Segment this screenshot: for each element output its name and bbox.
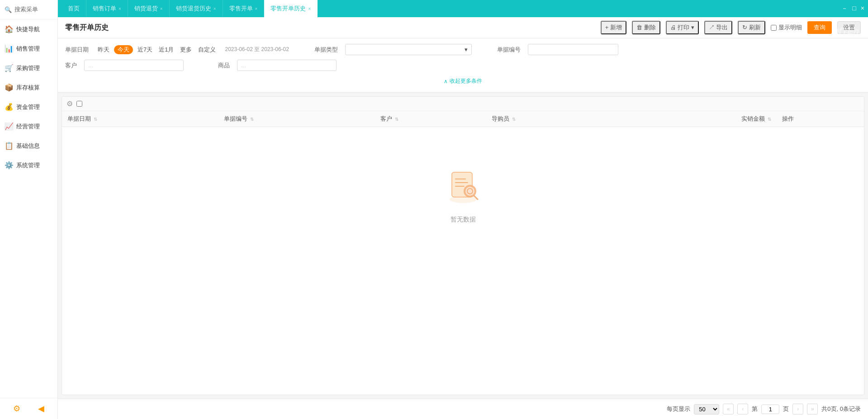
tab-sales-return-close[interactable]: × <box>160 6 163 11</box>
sidebar: 🔍 搜索采单 🏠 快捷导航 📊 销售管理 🛒 采购管理 📦 库存核算 💰 资金管… <box>0 0 58 419</box>
table-gear-icon[interactable]: ⚙ <box>66 99 73 108</box>
empty-state: 暂无数据 <box>62 127 864 260</box>
date-opt-yesterday[interactable]: 昨天 <box>96 45 111 54</box>
date-opt-custom[interactable]: 自定义 <box>196 45 218 54</box>
col-date[interactable]: 单据日期 ⇅ <box>62 111 218 127</box>
date-opt-more[interactable]: 更多 <box>178 45 194 54</box>
sidebar-search[interactable]: 🔍 搜索采单 <box>0 0 57 19</box>
query-button[interactable]: 查询 <box>807 21 832 34</box>
sort-number-icon: ⇅ <box>250 117 254 122</box>
show-detail-checkbox[interactable] <box>771 25 777 31</box>
col-number[interactable]: 单据编号 ⇅ <box>218 111 375 127</box>
sidebar-item-basic-info[interactable]: 📋 基础信息 <box>0 136 57 155</box>
sidebar-item-finance[interactable]: 💰 资金管理 <box>0 97 57 117</box>
col-amount[interactable]: 实销金额 ⇅ <box>620 111 777 127</box>
last-page-button[interactable]: » <box>807 404 818 414</box>
type-label: 单据类型 <box>314 46 338 54</box>
close-button[interactable]: × <box>861 5 864 13</box>
prev-page-button[interactable]: ‹ <box>737 404 748 414</box>
number-label: 单据编号 <box>497 46 521 54</box>
page-size-label: 每页显示 <box>667 405 690 413</box>
basic-info-icon: 📋 <box>5 141 14 150</box>
sidebar-item-quick-nav[interactable]: 🏠 快捷导航 <box>0 19 57 39</box>
goods-input[interactable]: ... <box>237 60 337 71</box>
finance-icon: 💰 <box>5 103 14 111</box>
export-button[interactable]: ↗ 导出 <box>704 21 733 34</box>
top-nav: 首页 销售订单 × 销货退货 × 销货退货历史 × 零售开单 × 零售开单历史 … <box>58 0 868 17</box>
goods-label: 商品 <box>218 61 230 70</box>
table-toolbar: ⚙ <box>62 97 864 111</box>
sidebar-search-label: 搜索采单 <box>14 5 38 14</box>
tab-sales-order-close[interactable]: × <box>119 6 121 11</box>
next-page-button[interactable]: › <box>792 404 803 414</box>
sidebar-item-sales-mgmt[interactable]: 📊 销售管理 <box>0 39 57 58</box>
page-input[interactable] <box>761 405 779 414</box>
sidebar-collapse-icon[interactable]: ◀ <box>38 404 44 414</box>
col-customer[interactable]: 客户 ⇅ <box>375 111 486 127</box>
tab-retail-open-close[interactable]: × <box>255 6 258 11</box>
tab-retail-open-history-label: 零售开单历史 <box>270 5 306 13</box>
page-title: 零售开单历史 <box>65 23 595 33</box>
customer-label: 客户 <box>65 61 77 70</box>
maximize-button[interactable]: □ <box>852 5 856 13</box>
settings-button[interactable]: 设置 <box>837 21 861 34</box>
sort-date-icon: ⇅ <box>94 117 97 122</box>
col-action: 操作 <box>777 111 864 127</box>
sort-amount-icon: ⇅ <box>768 117 771 122</box>
tab-retail-open-history[interactable]: 零售开单历史 × <box>264 0 318 17</box>
tab-sales-return-history-close[interactable]: × <box>213 6 216 11</box>
delete-button[interactable]: 🗑 删除 <box>632 21 660 34</box>
col-salesperson[interactable]: 导购员 ⇅ <box>486 111 620 127</box>
first-page-button[interactable]: « <box>723 404 734 414</box>
number-input[interactable] <box>528 44 618 55</box>
page-word-before: 第 <box>752 405 758 413</box>
main-area: 首页 销售订单 × 销货退货 × 销货退货历史 × 零售开单 × 零售开单历史 … <box>58 0 868 419</box>
sidebar-item-label: 经营管理 <box>16 122 40 131</box>
tab-sales-return-history[interactable]: 销货退货历史 × <box>170 0 223 17</box>
date-opt-last7[interactable]: 近7天 <box>136 45 154 54</box>
page-size-select[interactable]: 50 10 20 100 <box>694 404 719 414</box>
refresh-button[interactable]: ↻ 刷新 <box>738 21 765 34</box>
customer-input[interactable]: ... <box>84 60 184 71</box>
tab-sales-return[interactable]: 销货退货 × <box>128 0 170 17</box>
tab-sales-order[interactable]: 销售订单 × <box>86 0 128 17</box>
print-button[interactable]: 🖨 打印 ▾ <box>666 21 699 34</box>
sidebar-item-operations[interactable]: 📈 经营管理 <box>0 117 57 136</box>
table-header-row: 单据日期 ⇅ 单据编号 ⇅ 客户 ⇅ 导购员 ⇅ 实销金额 ⇅ 操作 <box>62 111 864 127</box>
search-icon: 🔍 <box>5 6 12 13</box>
collapse-label: 收起更多条件 <box>450 77 482 85</box>
collapse-bar[interactable]: ∧ 收起更多条件 <box>65 75 861 87</box>
select-all-checkbox[interactable] <box>76 101 82 107</box>
sort-customer-icon: ⇅ <box>395 117 398 122</box>
system-icon: ⚙️ <box>5 161 14 169</box>
date-range: 2023-06-02 至 2023-06-02 <box>225 46 289 53</box>
filter-row-1: 单据日期 昨天 今天 近7天 近1月 更多 自定义 2023-06-02 至 2… <box>65 44 861 55</box>
sidebar-item-purchase-mgmt[interactable]: 🛒 采购管理 <box>0 58 57 78</box>
pagination: 每页显示 50 10 20 100 « ‹ 第 页 › » 共0页, 0条记录 <box>58 399 868 419</box>
empty-icon <box>441 163 486 208</box>
data-table: 单据日期 ⇅ 单据编号 ⇅ 客户 ⇅ 导购员 ⇅ 实销金额 ⇅ 操作 <box>62 111 864 260</box>
date-opt-last1month[interactable]: 近1月 <box>157 45 175 54</box>
tab-retail-open-history-close[interactable]: × <box>308 6 311 11</box>
settings-gear-icon[interactable]: ⚙ <box>13 404 20 414</box>
window-controls: － □ × <box>841 5 864 13</box>
sidebar-item-system[interactable]: ⚙️ 系统管理 <box>0 155 57 175</box>
date-opt-today[interactable]: 今天 <box>114 45 133 54</box>
sidebar-item-label: 快捷导航 <box>16 25 40 33</box>
add-button[interactable]: + 新增 <box>601 21 626 34</box>
tab-home[interactable]: 首页 <box>62 0 86 17</box>
minimize-button[interactable]: － <box>841 5 848 13</box>
filter-area: 单据日期 昨天 今天 近7天 近1月 更多 自定义 2023-06-02 至 2… <box>58 38 868 93</box>
tab-home-label: 首页 <box>68 5 80 13</box>
show-detail-checkbox-label[interactable]: 显示明细 <box>771 24 802 32</box>
collapse-arrow-icon: ∧ <box>444 78 448 85</box>
sidebar-item-label: 系统管理 <box>16 161 40 169</box>
type-select[interactable]: ▾ <box>345 44 472 55</box>
tab-sales-order-label: 销售订单 <box>93 5 116 13</box>
tab-retail-open[interactable]: 零售开单 × <box>223 0 265 17</box>
toolbar: 零售开单历史 + 新增 🗑 删除 🖨 打印 ▾ ↗ 导出 ↻ 刷新 显示明细 查… <box>58 17 868 38</box>
table-wrap: ⚙ 单据日期 ⇅ 单据编号 ⇅ 客户 ⇅ 导购员 ⇅ <box>62 96 864 395</box>
empty-text: 暂无数据 <box>451 216 476 224</box>
sidebar-item-inventory[interactable]: 📦 库存核算 <box>0 78 57 97</box>
operations-icon: 📈 <box>5 122 14 131</box>
